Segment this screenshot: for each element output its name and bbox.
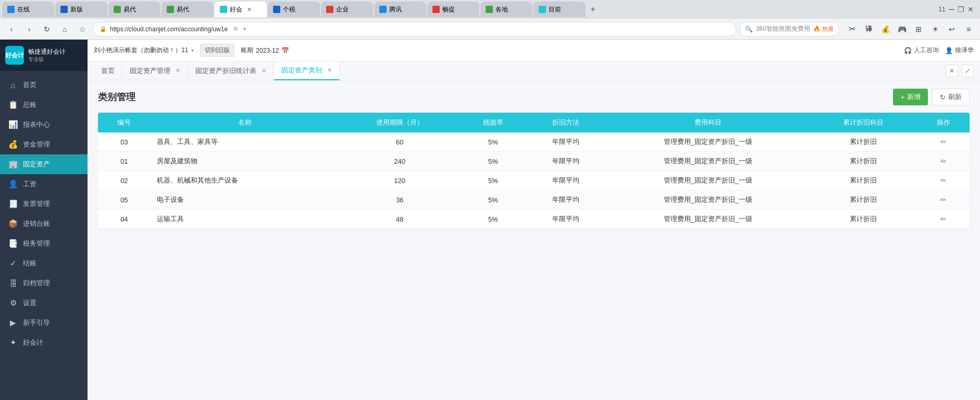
tab-label-10: 各地: [495, 5, 508, 14]
edit-button-4[interactable]: ✏: [940, 215, 947, 223]
sidebar-item-closing[interactable]: ✓ 结账: [0, 253, 88, 273]
url-expand-icon[interactable]: ▾: [243, 26, 246, 32]
th-expense: 费用科目: [606, 113, 810, 132]
category-table: 编号 名称 使用期限（月） 残值率 折旧方法 费用科目 累计折旧科目 操作 03…: [98, 113, 970, 229]
wallet-icon[interactable]: 💰: [878, 22, 892, 37]
user-name-label: 徐泽华: [955, 46, 974, 55]
cell-code-0: 03: [98, 132, 151, 152]
switch-version-button[interactable]: 切到旧版: [200, 44, 234, 57]
browser-tab-9[interactable]: 畅提: [427, 2, 479, 17]
sidebar-item-settings[interactable]: ⚙ 设置: [0, 293, 88, 313]
cell-expense-2: 管理费用_固定资产折旧_一级: [606, 171, 810, 190]
tab-favicon-11: [539, 6, 546, 13]
refresh-button[interactable]: ↻ 刷新: [932, 89, 970, 105]
edit-button-2[interactable]: ✏: [940, 176, 947, 185]
user-avatar[interactable]: 👤 徐泽华: [945, 46, 974, 55]
sidebar-label-chanjet: 好会计: [23, 338, 43, 347]
tab-fixed-category-close[interactable]: ✕: [327, 67, 332, 74]
window-restore-icon[interactable]: ❐: [958, 5, 964, 14]
browser-tab-5[interactable]: 好会 ✕: [215, 2, 267, 17]
browser-tab-11[interactable]: 目前: [534, 2, 586, 17]
closing-icon: ✓: [8, 259, 18, 268]
sidebar-item-ledger[interactable]: 📋 总账: [0, 95, 88, 115]
tab-fixed-mgmt[interactable]: 固定资产管理 ✕: [122, 62, 188, 80]
tab-fixed-deprec-label: 固定资产折旧统计表: [195, 66, 256, 76]
edit-button-0[interactable]: ✏: [940, 138, 947, 146]
bookmark-button[interactable]: ☆: [75, 22, 90, 37]
tab-home[interactable]: 首页: [94, 62, 122, 80]
app-layout: 好会计 畅捷通好会计 专业版 ⌂ 首页 📋 总账 📊 报表中心 💰 资金管理: [0, 40, 980, 400]
table-row: 02 机器、机械和其他生产设备 120 5% 年限平均 管理费用_固定资产折旧_…: [98, 171, 970, 190]
edit-button-1[interactable]: ✏: [940, 157, 947, 165]
cell-residual-3: 5%: [460, 190, 526, 210]
sidebar-item-archive[interactable]: 🗄 归档管理: [0, 273, 88, 293]
forward-button[interactable]: ›: [22, 22, 36, 37]
sidebar-item-tax[interactable]: 📑 税务管理: [0, 234, 88, 253]
sidebar-label-archive: 归档管理: [23, 278, 50, 288]
window-close-icon[interactable]: ✕: [967, 5, 974, 14]
tab-close-all-button[interactable]: ✕: [946, 65, 958, 77]
sidebar-item-fixed[interactable]: 🏢 固定资产: [0, 154, 88, 174]
site-settings-icon[interactable]: ⚙: [233, 26, 238, 32]
brightness-icon[interactable]: ☀: [928, 22, 942, 37]
window-min-icon[interactable]: ─: [949, 5, 954, 14]
url-bar[interactable]: 🔒 https://cloud.chanjet.com/accounting/u…: [93, 22, 736, 37]
cell-period-2: 120: [339, 171, 460, 190]
sidebar-item-reports[interactable]: 📊 报表中心: [0, 115, 88, 135]
browser-tab-10[interactable]: 各地: [480, 2, 532, 17]
refresh-icon: ↻: [940, 93, 946, 101]
menu-icon[interactable]: ≡: [961, 22, 976, 37]
consultant-button[interactable]: 🎧 人工咨询: [904, 46, 939, 55]
reload-button[interactable]: ↻: [40, 22, 54, 37]
add-label: 新增: [907, 92, 921, 102]
consultant-label: 人工咨询: [914, 46, 939, 55]
sidebar-item-payroll[interactable]: 👤 工资: [0, 174, 88, 194]
sidebar-item-guide[interactable]: ▶ 新手引导: [0, 313, 88, 333]
history-icon[interactable]: ↩: [945, 22, 959, 37]
period-label: 账期: [241, 46, 253, 55]
tab-fixed-mgmt-close[interactable]: ✕: [176, 67, 180, 74]
sidebar-item-home[interactable]: ⌂ 首页: [0, 75, 88, 95]
tab-label-7: 企业: [336, 5, 349, 14]
browser-tab-7[interactable]: 企业: [321, 2, 373, 17]
tab-close-5[interactable]: ✕: [247, 6, 252, 13]
browser-tab-2[interactable]: 新版: [55, 2, 107, 17]
cell-code-4: 04: [98, 210, 151, 229]
browser-tab-8[interactable]: 腾讯: [374, 2, 426, 17]
sidebar-item-invoice[interactable]: 🧾 发票管理: [0, 194, 88, 214]
cell-action-1: ✏: [917, 152, 970, 171]
translate-icon[interactable]: 译: [861, 22, 876, 37]
game-icon[interactable]: 🎮: [895, 22, 909, 37]
browser-tab-6[interactable]: 个税: [268, 2, 320, 17]
tab-label-8: 腾讯: [389, 5, 402, 14]
tab-label-11: 目前: [549, 5, 561, 14]
add-button[interactable]: + 新增: [893, 89, 928, 105]
company-dropdown-icon[interactable]: ▾: [191, 47, 194, 53]
cell-method-4: 年限平均: [526, 210, 606, 229]
browser-tab-4[interactable]: 易代: [162, 2, 214, 17]
cell-expense-3: 管理费用_固定资产折旧_一级: [606, 190, 810, 210]
tab-label-9: 畅提: [442, 5, 455, 14]
cut-icon[interactable]: ✂: [845, 22, 859, 37]
tab-expand-button[interactable]: ⤢: [961, 65, 974, 77]
search-box[interactable]: 🔍 360智能抠图免费用 🔥 热搜: [739, 22, 839, 37]
edit-button-3[interactable]: ✏: [940, 196, 947, 204]
new-tab-button[interactable]: +: [587, 3, 599, 16]
logo-text: 畅捷通好会计 专业版: [28, 47, 66, 64]
tab-fixed-deprec[interactable]: 固定资产折旧统计表 ✕: [188, 62, 274, 80]
browser-tab-bar: 在线 新版 易代 易代 好会 ✕ 个税 企业 腾讯: [0, 0, 980, 19]
sidebar-item-funds[interactable]: 💰 资金管理: [0, 135, 88, 154]
home-button[interactable]: ⌂: [57, 22, 72, 37]
browser-tab-1[interactable]: 在线: [2, 2, 54, 17]
hot-label: 🔥 热搜: [813, 25, 834, 33]
calendar-icon[interactable]: 📅: [281, 47, 289, 54]
browser-tab-3[interactable]: 易代: [108, 2, 160, 17]
tab-fixed-category[interactable]: 固定资产类别 ✕: [274, 62, 340, 80]
tab-fixed-deprec-close[interactable]: ✕: [262, 67, 266, 74]
back-button[interactable]: ‹: [4, 22, 19, 37]
sidebar-item-chanjet[interactable]: ✦ 好会计: [0, 333, 88, 353]
tab-label-2: 新版: [70, 5, 83, 14]
fixed-icon: 🏢: [8, 160, 18, 169]
grid-icon[interactable]: ⊞: [911, 22, 926, 37]
sidebar-item-purchase[interactable]: 📦 进销台账: [0, 214, 88, 234]
